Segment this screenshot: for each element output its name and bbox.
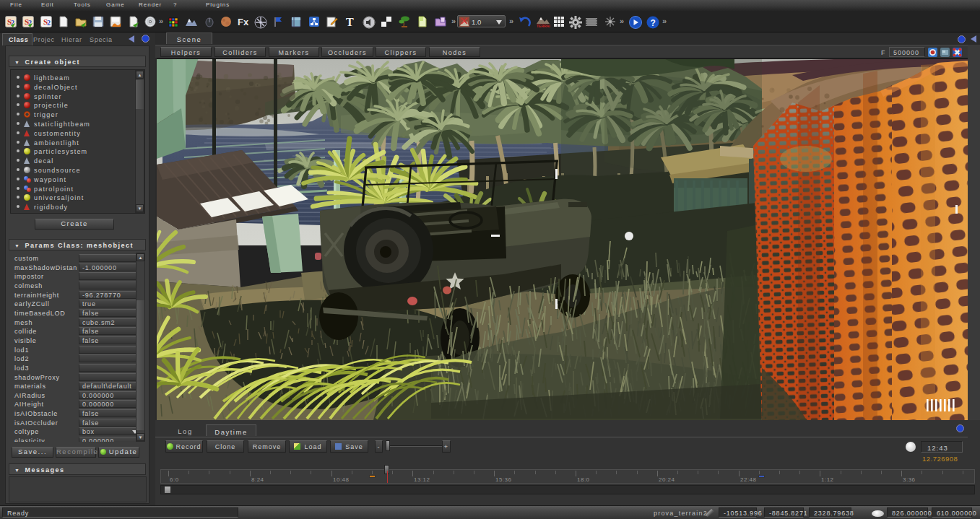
svg-text:2: 2 xyxy=(47,19,51,27)
svg-text:Fx: Fx xyxy=(238,17,249,27)
svg-text:TERRAIN: TERRAIN xyxy=(537,24,550,27)
svg-text:T: T xyxy=(346,16,354,27)
svg-text:?: ? xyxy=(651,18,656,28)
